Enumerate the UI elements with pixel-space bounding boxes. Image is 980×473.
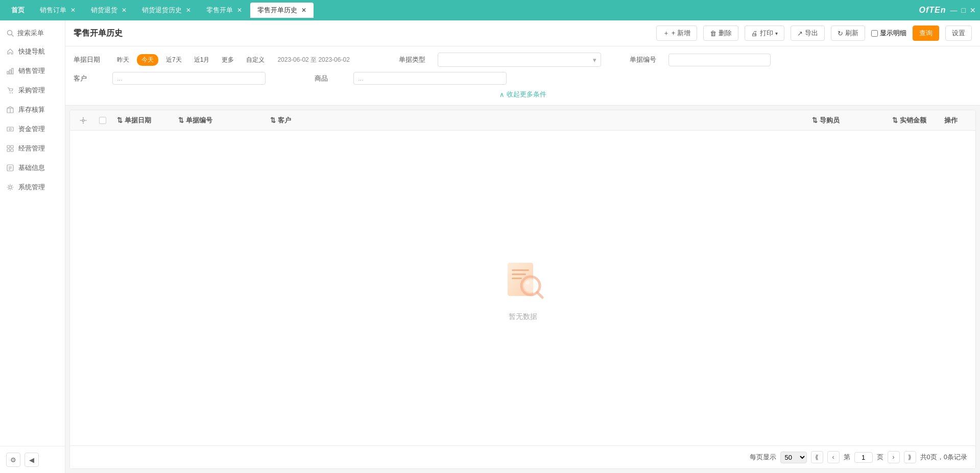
date-last7-btn[interactable]: 近7天	[161, 54, 186, 66]
window-min-btn[interactable]: —	[950, 6, 958, 14]
window-controls: OfTEn — □ ✕	[919, 6, 976, 15]
col-guide-label: 导购员	[820, 116, 840, 125]
col-amount-label: 实销金额	[900, 116, 926, 125]
svg-point-28	[525, 281, 530, 285]
window-close-btn[interactable]: ✕	[970, 6, 976, 14]
date-today-btn[interactable]: 今天	[137, 54, 158, 66]
tab-sales-order[interactable]: 销售订单 ✕	[33, 3, 83, 18]
sidebar-search-label: 搜索采单	[17, 29, 44, 38]
col-customer-header[interactable]: ⇅ 客户	[266, 116, 808, 125]
date-custom-btn[interactable]: 自定义	[242, 54, 269, 66]
prev-page-btn[interactable]: ‹	[827, 451, 840, 463]
col-guide-header[interactable]: ⇅ 导购员	[808, 116, 869, 125]
sidebar-item-base-info[interactable]: 基础信息	[0, 158, 65, 178]
show-detail-toggle[interactable]: 显示明细	[871, 29, 906, 38]
sidebar-item-quick-nav[interactable]: 快捷导航	[0, 42, 65, 61]
per-page-select[interactable]: 50 20 100 200	[780, 452, 807, 463]
operations-icon	[6, 144, 14, 153]
print-chevron-icon: ▾	[775, 31, 778, 36]
date-last1m-btn[interactable]: 近1月	[189, 54, 214, 66]
last-page-btn[interactable]: ⟫	[904, 451, 916, 463]
next-page-btn[interactable]: ›	[888, 451, 900, 463]
sidebar-item-finance[interactable]: 资金管理	[0, 119, 65, 139]
col-settings[interactable]	[74, 117, 92, 124]
toolbar: ＋ + 新增 🗑 删除 🖨 打印 ▾ ↗ 导出 ↻	[656, 26, 972, 41]
customer-label: 客户	[74, 74, 104, 83]
type-select[interactable]: ▾	[438, 53, 601, 67]
sidebar-search[interactable]: 搜索采单	[0, 24, 65, 42]
tab-retail-open-history[interactable]: 零售开单历史 ✕	[250, 3, 314, 18]
empty-text: 暂无数据	[509, 312, 537, 321]
sidebar-item-inventory[interactable]: 库存核算	[0, 100, 65, 119]
window-max-btn[interactable]: □	[962, 6, 966, 14]
svg-rect-4	[12, 68, 13, 74]
svg-point-10	[9, 128, 11, 130]
export-icon: ↗	[797, 30, 803, 37]
page-number-input[interactable]	[854, 452, 873, 463]
svg-rect-3	[10, 70, 11, 74]
sidebar-item-sales-mgmt-label: 销售管理	[18, 66, 45, 76]
refresh-icon: ↻	[838, 30, 843, 37]
sidebar-settings-btn[interactable]: ⚙	[6, 453, 20, 467]
sidebar-item-operations-label: 经营管理	[18, 144, 45, 153]
chevron-down-icon: ▾	[593, 56, 596, 64]
box-icon	[6, 106, 14, 114]
brand-text: OfTEn	[919, 6, 946, 15]
tab-sales-order-label: 销售订单	[40, 6, 66, 15]
sidebar-item-system[interactable]: 系统管理	[0, 178, 65, 197]
date-label: 单据日期	[74, 55, 104, 64]
delete-button[interactable]: 🗑 删除	[703, 26, 738, 41]
date-range-text: 2023-06-02 至 2023-06-02	[277, 56, 349, 64]
goods-input[interactable]	[353, 72, 507, 85]
show-detail-checkbox[interactable]	[871, 30, 878, 37]
date-more-btn[interactable]: 更多	[217, 54, 238, 66]
sidebar: 搜索采单 快捷导航 销售管理	[0, 20, 65, 473]
col-checkbox[interactable]	[92, 117, 113, 124]
col-amount-header[interactable]: ⇅ 实销金额	[869, 116, 930, 125]
select-all-checkbox[interactable]	[99, 117, 106, 124]
tab-sales-return-history-close[interactable]: ✕	[186, 7, 191, 14]
query-button[interactable]: 查询	[913, 26, 939, 41]
col-date-header[interactable]: ⇅ 单据日期	[113, 116, 174, 125]
tab-retail-open-history-close[interactable]: ✕	[301, 7, 306, 14]
settings-button[interactable]: 设置	[945, 26, 972, 41]
sidebar-bottom: ⚙ ◀	[0, 446, 65, 473]
tab-sales-return[interactable]: 销货退货 ✕	[84, 3, 134, 18]
col-num-header[interactable]: ⇅ 单据编号	[174, 116, 266, 125]
money-icon	[6, 125, 14, 133]
sidebar-item-system-label: 系统管理	[18, 183, 45, 192]
sidebar-item-operations[interactable]: 经营管理	[0, 139, 65, 158]
tab-retail-open[interactable]: 零售开单 ✕	[199, 3, 249, 18]
svg-line-1	[12, 35, 14, 37]
show-detail-label: 显示明细	[880, 29, 906, 38]
shopping-icon	[6, 86, 14, 94]
num-input[interactable]	[668, 54, 771, 66]
export-button[interactable]: ↗ 导出	[791, 26, 825, 41]
tab-home[interactable]: 首页	[4, 3, 32, 18]
tab-sales-return-history-label: 销货退货历史	[142, 6, 182, 15]
sidebar-item-sales-mgmt[interactable]: 销售管理	[0, 61, 65, 81]
filter-area: 单据日期 昨天 今天 近7天 近1月 更多 自定义 2023-06-02 至 2…	[65, 46, 980, 106]
customer-input[interactable]	[112, 72, 266, 85]
tab-sales-order-close[interactable]: ✕	[70, 7, 76, 14]
tab-sales-return-close[interactable]: ✕	[122, 7, 127, 14]
tab-sales-return-history[interactable]: 销货退货历史 ✕	[135, 3, 198, 18]
sidebar-collapse-btn[interactable]: ◀	[25, 453, 39, 467]
num-label: 单据编号	[630, 55, 660, 64]
sidebar-item-purchase-mgmt[interactable]: 采购管理	[0, 81, 65, 100]
tab-home-label: 首页	[11, 6, 25, 15]
chevron-up-icon: ∧	[499, 91, 505, 98]
svg-rect-2	[7, 71, 9, 74]
main-layout: 搜索采单 快捷导航 销售管理	[0, 20, 980, 473]
tab-retail-open-close[interactable]: ✕	[237, 7, 242, 14]
add-button[interactable]: ＋ + 新增	[656, 26, 697, 41]
first-page-btn[interactable]: ⟪	[811, 451, 823, 463]
sidebar-item-purchase-mgmt-label: 采购管理	[18, 86, 45, 95]
refresh-button[interactable]: ↻ 刷新	[831, 26, 865, 41]
empty-illustration	[497, 255, 548, 306]
page-header: 零售开单历史 ＋ + 新增 🗑 删除 🖨 打印 ▾ ↗ 导出	[65, 20, 980, 46]
print-button[interactable]: 🖨 打印 ▾	[745, 26, 784, 41]
svg-rect-13	[7, 149, 10, 152]
collapse-bar[interactable]: ∧ 收起更多条件	[74, 90, 972, 99]
date-yesterday-btn[interactable]: 昨天	[112, 54, 134, 66]
